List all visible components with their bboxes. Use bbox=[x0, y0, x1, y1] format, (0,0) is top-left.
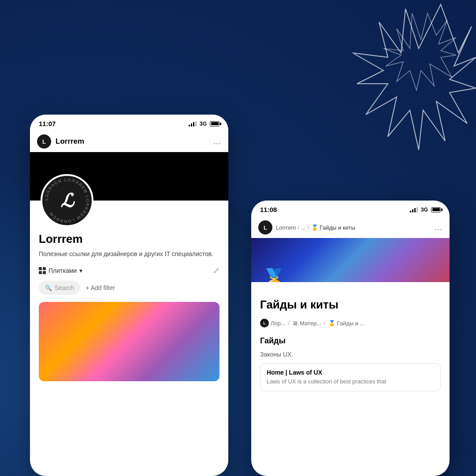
breadcrumb-dots: ... bbox=[301, 224, 306, 231]
card-image bbox=[39, 302, 219, 381]
mini-breadcrumb: L Лор... / 🖥 Матер... / 🥇 Гайды и ... bbox=[260, 319, 441, 327]
section-title: Гайды и киты bbox=[260, 298, 441, 312]
link-card[interactable]: Home | Laws of UX Laws of UX is a collec… bbox=[260, 363, 441, 391]
mini-bc-guides: 🥇 Гайды и ... bbox=[328, 320, 365, 327]
signal-icon bbox=[189, 121, 197, 126]
search-placeholder: Search bbox=[55, 284, 74, 291]
phone-left: 11:07 3G L Lorrrem ... bbox=[30, 115, 228, 476]
section-banner: 🥇 bbox=[251, 238, 450, 282]
svg-rect-6 bbox=[43, 271, 46, 274]
guides-desc: Законы UX. bbox=[260, 351, 441, 358]
view-toggle: Плитками ▾ ⤢ bbox=[39, 266, 219, 281]
profile-banner: LORRREM LORRREM LORRREM LORRREM ℒ bbox=[30, 152, 228, 201]
expand-icon[interactable]: ⤢ bbox=[213, 266, 219, 275]
guides-title: Гайды bbox=[260, 336, 441, 346]
profile-logo: LORRREM LORRREM LORRREM LORRREM ℒ bbox=[41, 174, 93, 227]
app-header-right: L Lorrrem / ... / 🥇 Гайды и киты ... bbox=[251, 217, 450, 238]
profile-desc: Полезные ссылки для дизайнеров и других … bbox=[39, 249, 219, 259]
mini-bc-avatar: L bbox=[260, 319, 269, 327]
view-tiles-button[interactable]: Плитками ▾ bbox=[39, 267, 82, 274]
network-right: 3G bbox=[421, 207, 428, 213]
avatar-right: L bbox=[258, 220, 272, 234]
breadcrumb-lorrrem: Lorrrem bbox=[276, 224, 296, 231]
battery-icon-left bbox=[210, 121, 219, 126]
more-button-left[interactable]: ... bbox=[213, 137, 221, 146]
app-header-left: L Lorrrem ... bbox=[30, 131, 228, 152]
logo-letter: ℒ bbox=[60, 190, 74, 212]
link-card-desc: Laws of UX is a collection of best pract… bbox=[267, 378, 434, 386]
signal-icon-right bbox=[410, 207, 418, 212]
profile-info: Lorrrem Полезные ссылки для дизайнеров и… bbox=[30, 201, 228, 392]
status-icons-left: 3G bbox=[189, 121, 219, 127]
search-input-wrap[interactable]: 🔍 Search bbox=[39, 281, 80, 295]
medal-icon: 🥇 bbox=[260, 268, 289, 282]
star-decoration bbox=[291, 0, 476, 159]
grid-icon bbox=[39, 267, 46, 274]
svg-marker-1 bbox=[383, 13, 456, 90]
banner-bg: 🥇 bbox=[251, 238, 450, 282]
more-button-right[interactable]: ... bbox=[435, 223, 443, 232]
svg-rect-4 bbox=[43, 267, 46, 270]
status-icons-right: 3G bbox=[410, 207, 441, 213]
link-card-title: Home | Laws of UX bbox=[267, 369, 434, 376]
battery-icon-right bbox=[431, 207, 441, 212]
breadcrumb-medal: 🥇 bbox=[311, 224, 318, 231]
app-title-left: Lorrrem bbox=[56, 137, 213, 146]
search-icon: 🔍 bbox=[45, 285, 52, 291]
time-right: 11:08 bbox=[260, 206, 277, 213]
add-filter-button[interactable]: + Add filter bbox=[86, 284, 115, 291]
avatar-left: L bbox=[37, 134, 51, 149]
svg-rect-5 bbox=[39, 271, 42, 274]
mini-bc-mater: 🖥 Матер... bbox=[292, 320, 321, 327]
phone-right: 11:08 3G L Lorrrem / ... / 🥇 Гайды bbox=[251, 201, 450, 476]
profile-name: Lorrrem bbox=[39, 232, 219, 246]
search-bar: 🔍 Search + Add filter bbox=[39, 281, 219, 302]
breadcrumb-nav: Lorrrem / ... / 🥇 Гайды и киты bbox=[276, 224, 435, 231]
network-left: 3G bbox=[200, 121, 207, 127]
svg-rect-3 bbox=[39, 267, 42, 270]
status-bar-right: 11:08 3G bbox=[251, 201, 450, 217]
svg-marker-0 bbox=[353, 4, 476, 150]
mini-bc-lorrrem: L Лор... bbox=[260, 319, 286, 327]
status-bar-left: 11:07 3G bbox=[30, 115, 228, 131]
gradient-preview bbox=[39, 302, 219, 381]
breadcrumb-guides: Гайды и киты bbox=[320, 224, 355, 231]
time-left: 11:07 bbox=[39, 120, 56, 127]
section-content: Гайды и киты L Лор... / 🖥 Матер... / 🥇 Г… bbox=[251, 282, 450, 398]
